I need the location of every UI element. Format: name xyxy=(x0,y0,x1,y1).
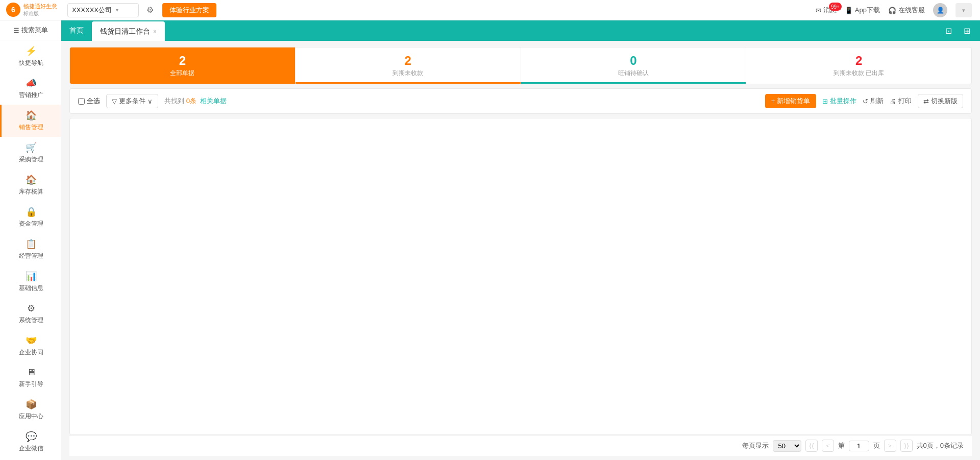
basic-info-icon: 📊 xyxy=(26,271,37,282)
sidebar-item-purchase[interactable]: 🛒 采购管理 xyxy=(0,137,61,169)
print-icon: 🖨 xyxy=(890,98,896,105)
inventory-icon: 🏠 xyxy=(26,174,37,185)
tab-expand-button[interactable]: ⊞ xyxy=(960,23,974,38)
stat-value-wangpai: 0 xyxy=(529,54,738,68)
stat-value-overdue-shipped: 2 xyxy=(754,54,963,68)
stat-value-overdue: 2 xyxy=(304,54,512,68)
sidebar-item-label: 系统管理 xyxy=(19,316,43,325)
refresh-label: 刷新 xyxy=(870,96,884,106)
filter-label: 更多条件 xyxy=(119,96,145,106)
refresh-button[interactable]: ↺ 刷新 xyxy=(863,96,884,106)
filter-button[interactable]: ▽ 更多条件 ∨ xyxy=(106,94,158,108)
filter-icon: ▽ xyxy=(112,98,117,105)
avatar[interactable]: 👤 xyxy=(933,3,947,17)
sidebar-item-label: 采购管理 xyxy=(19,155,43,164)
sidebar: ☰ 搜索菜单 ⚡ 快捷导航 📣 营销推广 🏠 销售管理 🛒 采购管理 🏠 库存核… xyxy=(0,20,61,460)
sidebar-item-enterprise[interactable]: 🤝 企业协同 xyxy=(0,330,61,362)
page-input[interactable] xyxy=(849,441,869,451)
page-size-label: 每页显示 xyxy=(742,441,769,450)
stat-label-overdue: 到期未收款 xyxy=(304,69,512,78)
tab-home[interactable]: 首页 xyxy=(61,20,92,41)
purchase-icon: 🛒 xyxy=(26,142,37,153)
stat-label-all: 全部单据 xyxy=(78,69,287,78)
logo-icon: 6 xyxy=(6,3,20,17)
enterprise-icon: 🤝 xyxy=(26,335,37,346)
sidebar-item-marketing[interactable]: 📣 营销推广 xyxy=(0,72,61,105)
try-industry-button[interactable]: 体验行业方案 xyxy=(162,3,216,17)
stat-underline-overdue xyxy=(296,82,521,84)
first-page-button[interactable]: ⟨⟨ xyxy=(805,440,818,452)
sidebar-item-label: 快捷导航 xyxy=(19,59,43,67)
app-download-label: App下载 xyxy=(855,6,880,15)
sidebar-item-inventory[interactable]: 🏠 库存核算 xyxy=(0,169,61,201)
next-page-button[interactable]: ＞ xyxy=(884,440,896,452)
tab-restore-button[interactable]: ⊡ xyxy=(941,23,955,38)
sidebar-item-label: 销售管理 xyxy=(19,123,43,132)
related-link[interactable]: 相关单据 xyxy=(200,97,227,105)
prev-page-button[interactable]: ＜ xyxy=(822,440,834,452)
marketing-icon: 📣 xyxy=(26,78,37,89)
sidebar-item-funds[interactable]: 🔒 资金管理 xyxy=(0,201,61,233)
chevron-down-icon: ▾ xyxy=(116,7,118,13)
sales-icon: 🏠 xyxy=(26,110,37,121)
sidebar-item-label: 企业协同 xyxy=(19,348,43,357)
sidebar-item-operations[interactable]: 📋 经营管理 xyxy=(0,233,61,265)
tab-label: 钱货日清工作台 xyxy=(100,27,150,36)
sidebar-item-quick-nav[interactable]: ⚡ 快捷导航 xyxy=(0,40,61,72)
online-service-button[interactable]: 🎧 在线客服 xyxy=(888,6,925,15)
content-area: 首页 钱货日清工作台 × ⊡ ⊞ 2 全部单据 2 到期未收款 xyxy=(61,20,980,460)
tab-bar: 首页 钱货日清工作台 × ⊡ ⊞ xyxy=(61,20,980,41)
funds-icon: 🔒 xyxy=(26,206,37,217)
page-size-select[interactable]: 50 10 20 100 xyxy=(773,440,801,452)
settings-icon[interactable]: ⚙ xyxy=(143,3,157,17)
user-menu[interactable]: ▾ xyxy=(955,3,972,17)
online-service-label: 在线客服 xyxy=(898,6,925,15)
quick-nav-icon: ⚡ xyxy=(26,45,37,57)
select-all-input[interactable] xyxy=(78,98,85,105)
stat-card-overdue[interactable]: 2 到期未收款 xyxy=(296,47,521,84)
tab-bar-actions: ⊡ ⊞ xyxy=(941,23,980,38)
sidebar-item-label: 新手引导 xyxy=(19,380,43,389)
refresh-icon: ↺ xyxy=(863,98,868,105)
top-header: 6 畅捷通好生意 标准版 XXXXXX公司 ▾ ⚙ 体验行业方案 ✉ 消息 99… xyxy=(0,0,980,20)
search-menu-label: 搜索菜单 xyxy=(21,26,48,35)
sidebar-item-sales[interactable]: 🏠 销售管理 xyxy=(0,105,61,137)
last-page-button[interactable]: ⟩⟩ xyxy=(900,440,913,452)
app-download-button[interactable]: 📱 App下载 xyxy=(845,6,880,15)
sidebar-item-label: 企业微信 xyxy=(19,444,43,453)
message-button[interactable]: ✉ 消息 99+ xyxy=(816,6,837,15)
sidebar-item-app-center[interactable]: 📦 应用中心 xyxy=(0,394,61,426)
weixin-icon: 💬 xyxy=(26,431,37,442)
main-layout: ☰ 搜索菜单 ⚡ 快捷导航 📣 营销推广 🏠 销售管理 🛒 采购管理 🏠 库存核… xyxy=(0,20,980,460)
sidebar-item-member[interactable]: V 畅会员 xyxy=(0,458,61,460)
stat-card-all[interactable]: 2 全部单据 xyxy=(70,47,296,84)
sidebar-item-basic-info[interactable]: 📊 基础信息 xyxy=(0,265,61,298)
sidebar-item-label: 基础信息 xyxy=(19,284,43,293)
message-icon: ✉ xyxy=(816,7,821,14)
search-menu-item[interactable]: ☰ 搜索菜单 xyxy=(0,20,61,40)
found-prefix: 共找到 xyxy=(164,97,184,105)
sidebar-item-weixin[interactable]: 💬 企业微信 xyxy=(0,426,61,458)
page-suffix: 页 xyxy=(873,441,880,450)
operations-icon: 📋 xyxy=(26,238,37,250)
new-sales-order-button[interactable]: + 新增销货单 xyxy=(765,94,816,108)
sidebar-item-label: 应用中心 xyxy=(19,412,43,421)
company-selector[interactable]: XXXXXX公司 ▾ xyxy=(67,3,139,17)
message-badge: 99+ xyxy=(829,3,842,11)
select-all-checkbox[interactable]: 全选 xyxy=(78,96,100,106)
stat-card-wangpai[interactable]: 0 旺铺待确认 xyxy=(521,47,747,84)
tab-close-icon[interactable]: × xyxy=(153,28,157,35)
stat-value-all: 2 xyxy=(78,54,287,68)
batch-operation-button[interactable]: ⊞ 批量操作 xyxy=(822,96,856,106)
stat-label-overdue-shipped: 到期未收款 已出库 xyxy=(754,69,963,78)
switch-version-button[interactable]: ⇄ 切换新版 xyxy=(918,94,963,108)
switch-icon: ⇄ xyxy=(923,98,929,105)
stat-card-overdue-shipped[interactable]: 2 到期未收款 已出库 xyxy=(746,47,971,84)
print-button[interactable]: 🖨 打印 xyxy=(890,96,912,106)
sidebar-item-system[interactable]: ⚙ 系统管理 xyxy=(0,298,61,330)
logo-text: 畅捷通好生意 xyxy=(23,3,57,10)
batch-icon: ⊞ xyxy=(822,98,828,105)
tab-qinghuori[interactable]: 钱货日清工作台 × xyxy=(92,21,165,42)
sidebar-item-newbie[interactable]: 🖥 新手引导 xyxy=(0,362,61,394)
print-label: 打印 xyxy=(898,96,912,106)
